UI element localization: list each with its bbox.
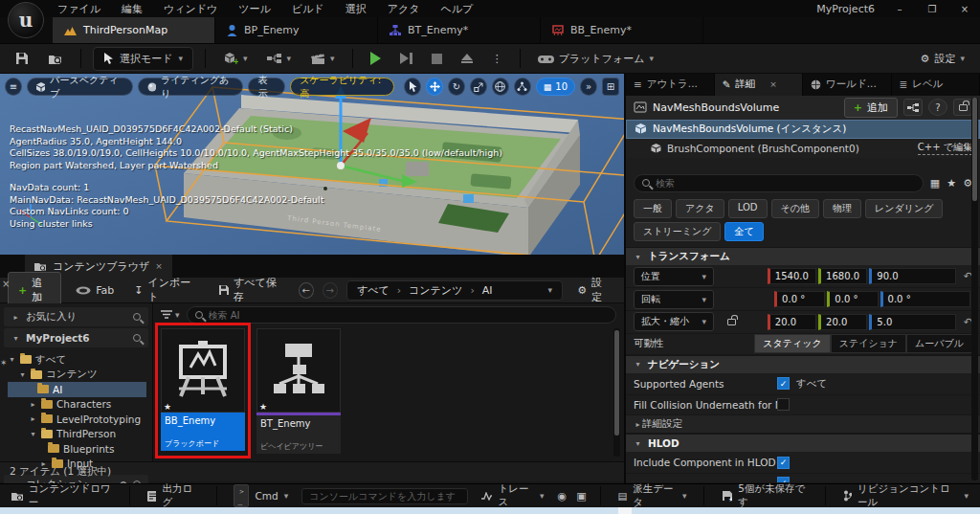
tree-item-blueprints[interactable]: Blueprints bbox=[8, 441, 152, 457]
back-button[interactable]: ← bbox=[299, 282, 314, 299]
filter-rendering[interactable]: レンダリング bbox=[865, 199, 943, 218]
eject-button[interactable] bbox=[456, 50, 479, 67]
insights-icon[interactable]: ◉ bbox=[558, 490, 568, 503]
content-drawer-button[interactable]: コンテンツドロワー bbox=[8, 482, 116, 509]
asset-tile-bt-enemy[interactable]: ★ BT_Enemy ビヘイビアツリー bbox=[256, 328, 341, 454]
filters-dropdown[interactable]: ▾ bbox=[161, 310, 180, 320]
tree-item-levelprototyping[interactable]: ▸LevelPrototyping bbox=[8, 412, 152, 427]
include-hlod-checkbox[interactable]: ✓ bbox=[777, 457, 790, 469]
docked-pin-icon[interactable]: ✶ bbox=[0, 358, 8, 368]
breadcrumb-all[interactable]: すべて bbox=[357, 283, 390, 298]
expander-icon[interactable]: ▾ bbox=[11, 334, 20, 343]
section-transform[interactable]: ▾ トランスフォーム bbox=[626, 247, 980, 265]
path-breadcrumb[interactable]: すべて › コンテンツ › AI ▾ bbox=[346, 280, 563, 301]
scale-x-field[interactable]: 20.0 bbox=[768, 314, 816, 330]
save-button[interactable] bbox=[10, 48, 34, 69]
menu-file[interactable]: ファイル bbox=[57, 2, 100, 16]
edit-cpp-link[interactable]: C++ で編集 bbox=[918, 141, 972, 155]
filter-misc[interactable]: その他 bbox=[771, 199, 819, 218]
filter-all[interactable]: 全て bbox=[724, 222, 763, 241]
filter-physics[interactable]: 物理 bbox=[823, 199, 861, 218]
display-options-icon[interactable]: ▦ bbox=[930, 177, 940, 190]
scale-dropdown[interactable]: 拡大・縮小 ▾ bbox=[634, 312, 714, 331]
mobility-static-button[interactable]: スタティック bbox=[754, 334, 830, 353]
fab-button[interactable]: Fab bbox=[70, 280, 120, 301]
tab-bb-enemy[interactable]: BB_Enemy* bbox=[541, 17, 703, 43]
filter-actor[interactable]: アクタ bbox=[676, 199, 724, 218]
mobility-stationary-button[interactable]: ステイショナ bbox=[831, 334, 906, 353]
close-tab-icon[interactable]: × bbox=[155, 261, 163, 271]
search-icon[interactable] bbox=[133, 334, 141, 342]
expander-icon[interactable]: ▸ bbox=[11, 313, 20, 322]
asset-tile-bb-enemy[interactable]: ★ BB_Enemy ブラックボード bbox=[161, 328, 245, 451]
fill-collision-checkbox[interactable] bbox=[777, 398, 790, 411]
unsaved-files-button[interactable]: ★ 5個が未保存です bbox=[718, 482, 812, 509]
favorites-header[interactable]: ▸ お気に入り bbox=[4, 307, 148, 326]
derived-data-dropdown[interactable]: ▤ 派生データ ▾ bbox=[613, 482, 690, 509]
advanced-settings-row[interactable]: ▸ 詳細設定 bbox=[626, 415, 980, 434]
surface-snapping-button[interactable] bbox=[514, 78, 531, 96]
section-navigation[interactable]: ▾ ナビゲーション bbox=[626, 355, 980, 373]
menu-help[interactable]: ヘルプ bbox=[440, 2, 473, 16]
location-x-field[interactable]: 1540.0 bbox=[768, 268, 816, 284]
menu-build[interactable]: ビルド bbox=[292, 2, 324, 16]
filter-general[interactable]: 一般 bbox=[634, 199, 672, 218]
asset-search-input[interactable] bbox=[209, 310, 608, 321]
location-dropdown[interactable]: 位置 ▾ bbox=[634, 267, 714, 286]
expander-icon[interactable]: ▾ bbox=[29, 430, 37, 438]
play-options-button[interactable]: ⋮ bbox=[486, 49, 508, 69]
scale-z-field[interactable]: 5.0 bbox=[869, 314, 955, 330]
rotate-tool-button[interactable]: ↻ bbox=[448, 78, 465, 96]
expander-icon[interactable]: ▾ bbox=[18, 370, 27, 379]
play-button[interactable] bbox=[365, 48, 387, 69]
close-tab-icon[interactable]: × bbox=[769, 79, 777, 89]
scale-y-field[interactable]: 20.0 bbox=[818, 314, 867, 330]
cmd-dropdown[interactable]: ＞_ Cmd ▾ bbox=[230, 484, 292, 507]
minimize-button[interactable]: – bbox=[892, 4, 907, 14]
location-z-field[interactable]: 90.0 bbox=[869, 268, 955, 284]
scalability-warning-pill[interactable]: スケーラビリティ:高 bbox=[290, 78, 394, 96]
breadcrumb-ai[interactable]: AI bbox=[482, 284, 493, 297]
tab-levels[interactable]: ≣ レベル bbox=[892, 74, 980, 96]
rotation-z-field[interactable]: 0.0 ° bbox=[880, 291, 970, 307]
move-tool-button[interactable] bbox=[426, 78, 443, 96]
blueprint-convert-button[interactable] bbox=[903, 99, 923, 116]
view-mode-dropdown[interactable]: ライティングあり bbox=[138, 78, 244, 96]
asset-search-box[interactable] bbox=[187, 306, 616, 324]
supported-agents-checkbox[interactable]: ✓ bbox=[777, 377, 790, 390]
location-y-field[interactable]: 1680.0 bbox=[818, 268, 867, 284]
component-row-instance[interactable]: NavMeshBoundsVolume (インスタンス) bbox=[626, 120, 980, 139]
trace-dropdown[interactable]: トレース ▾ bbox=[478, 482, 548, 509]
rotation-x-field[interactable]: 0.0 ° bbox=[774, 291, 825, 307]
expander-icon[interactable]: ▾ bbox=[8, 355, 16, 364]
revision-control-dropdown[interactable]: リビジョンコントロール ▾ bbox=[839, 482, 972, 509]
select-tool-button[interactable] bbox=[404, 78, 421, 96]
snapshot-icon[interactable]: ▣ bbox=[576, 490, 586, 503]
filter-streaming[interactable]: ストリーミング bbox=[634, 222, 721, 241]
select-mode-dropdown[interactable]: 選択モード ▾ bbox=[93, 47, 193, 71]
browse-to-asset-button[interactable] bbox=[42, 49, 69, 69]
tab-details[interactable]: ✎ 詳細 × bbox=[715, 74, 804, 96]
project-header[interactable]: ▾ MyProject6 bbox=[4, 328, 148, 347]
menu-tools[interactable]: ツール bbox=[238, 2, 271, 16]
menu-window[interactable]: ウィンドウ bbox=[164, 2, 217, 16]
scale-tool-button[interactable] bbox=[470, 78, 487, 96]
grid-snap-toggle[interactable]: ▦ 10 bbox=[536, 78, 575, 96]
stop-button[interactable] bbox=[426, 50, 448, 68]
section-hlod[interactable]: ▾ HLOD bbox=[626, 434, 980, 452]
rotation-y-field[interactable]: 0.0 ° bbox=[827, 291, 878, 307]
tree-item-characters[interactable]: ▸Characters bbox=[8, 397, 152, 413]
restore-button[interactable]: ❐ bbox=[924, 4, 940, 14]
tree-item-content[interactable]: ▾コンテンツ bbox=[8, 368, 152, 383]
favorites-star-icon[interactable]: ★ bbox=[947, 177, 956, 190]
breadcrumb-content[interactable]: コンテンツ bbox=[409, 283, 462, 298]
menu-actor[interactable]: アクタ bbox=[388, 2, 420, 16]
tab-thirdpersonmap[interactable]: ThirdPersonMap bbox=[53, 17, 215, 43]
level-viewport[interactable]: ≡ パースペクティブ ライティングあり 表示 スケーラビリティ:高 ↻ bbox=[0, 74, 624, 255]
add-actor-dropdown[interactable]: + ▾ bbox=[217, 48, 254, 69]
settings-dropdown[interactable]: ⚙ 設定 ▾ bbox=[915, 48, 970, 70]
details-scrollbar[interactable] bbox=[971, 98, 978, 480]
output-log-button[interactable]: 出力ログ bbox=[144, 482, 203, 509]
tree-item-ai[interactable]: AI bbox=[8, 382, 146, 397]
blueprints-dropdown[interactable]: ▾ bbox=[261, 49, 298, 68]
